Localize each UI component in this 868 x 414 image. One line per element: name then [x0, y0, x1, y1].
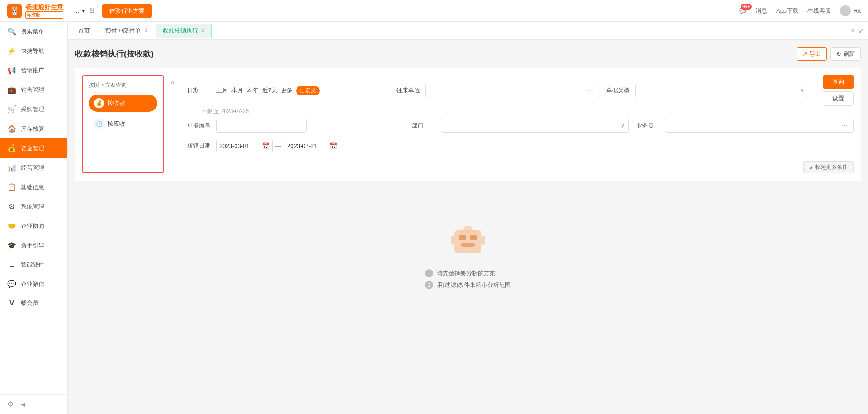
tip-1-text: 请先选择要分析的方案 — [437, 269, 495, 277]
sidebar-label-basic-info: 基础信息 — [21, 183, 44, 191]
svg-rect-4 — [451, 236, 454, 245]
vouchertype-chevron: ∨ — [800, 87, 804, 94]
filter-option-by-receipt[interactable]: 💰 按收款 — [89, 95, 157, 112]
message-icon-wrap[interactable]: 💬 99+ — [739, 7, 746, 14]
shortcut-more[interactable]: 更多 — [281, 86, 292, 95]
filter-collapse-btn[interactable]: « — [171, 75, 180, 173]
tab-collection-close[interactable]: × — [202, 28, 205, 34]
verify-date-range: 📅 — 📅 — [216, 139, 340, 152]
dept-select[interactable]: ∨ — [441, 119, 629, 133]
marketing-icon: 📢 — [7, 66, 16, 75]
sidebar-item-basic-info[interactable]: 📋 基础信息 — [0, 177, 67, 197]
staff-select[interactable]: ··· — [665, 119, 854, 133]
shortcut-this-year[interactable]: 本年 — [247, 86, 259, 95]
staff-dots[interactable]: ··· — [840, 122, 849, 130]
app-download-link[interactable]: App下载 — [776, 7, 798, 15]
empty-illustration — [441, 217, 495, 262]
receipt-icon: 💰 — [94, 98, 104, 108]
calendar-start-icon[interactable]: 📅 — [262, 142, 269, 149]
shortcut-7days[interactable]: 近7天 — [262, 86, 277, 95]
tip-2-text: 用[过滤]条件来缩小分析范围 — [437, 281, 510, 289]
more-conditions-row: ∧ 收起更多条件 — [187, 159, 854, 173]
verify-start-input[interactable] — [219, 143, 260, 149]
tab-home-label: 首页 — [78, 27, 90, 35]
svg-rect-5 — [481, 236, 485, 245]
staff-label: 业务员 — [636, 122, 661, 130]
sidebar-item-inventory[interactable]: 🏠 库存核算 — [0, 119, 67, 138]
export-button[interactable]: ↗ 导出 — [797, 47, 827, 61]
user-area[interactable]: Rit — [840, 5, 861, 16]
filter-option-receivable-label: 按应收 — [108, 120, 125, 128]
sidebar-item-search[interactable]: 🔍 搜索菜单 — [0, 22, 67, 41]
page-content: 收款核销执行(按收款) ↗ 导出 ↻ 刷新 按以下方案查询 — [68, 40, 868, 414]
gear-icon[interactable]: ⚙ — [89, 6, 95, 15]
purchase-icon: 🛒 — [7, 105, 16, 114]
tab-expand-icon[interactable]: ⤢ — [859, 26, 864, 35]
sidebar-label-marketing: 营销推广 — [21, 67, 44, 75]
voucherno-input[interactable] — [216, 119, 307, 133]
tab-collection[interactable]: 收款核销执行 × — [156, 24, 212, 38]
filter-option-by-receivable[interactable]: 🕐 按应收 — [89, 115, 157, 133]
verify-end-input-wrap: 📅 — [284, 139, 340, 152]
tab-prepaid-close[interactable]: × — [144, 28, 147, 34]
filter-btn-group: 查询 设置 — [823, 75, 854, 106]
sidebar-item-sales[interactable]: 💼 销售管理 — [0, 80, 67, 100]
settings-button[interactable]: 设置 — [823, 91, 854, 106]
sidebar-label-quicknav: 快捷导航 — [21, 47, 44, 55]
query-button[interactable]: 查询 — [823, 75, 854, 89]
sidebar-item-quicknav[interactable]: ⚡ 快捷导航 — [0, 41, 67, 61]
sidebar-label-guide: 新手引导 — [21, 242, 44, 250]
logo-icon: 🐰 — [7, 4, 22, 18]
tab-home[interactable]: 首页 — [71, 24, 97, 38]
finance-icon: 💰 — [7, 144, 16, 152]
refresh-icon: ↻ — [836, 51, 841, 57]
partner-select[interactable]: ··· — [425, 84, 599, 97]
tab-prepaid[interactable]: 预付冲应付单 × — [99, 24, 154, 38]
message-badge: 99+ — [741, 4, 752, 10]
vouchertype-select[interactable]: ∨ — [635, 84, 808, 97]
more-conditions-label: 收起更多条件 — [815, 163, 848, 171]
sidebar-item-marketing[interactable]: 📢 营销推广 — [0, 61, 67, 80]
sidebar-item-guide[interactable]: 🎓 新手引导 — [0, 236, 67, 255]
refresh-button[interactable]: ↻ 刷新 — [830, 47, 861, 61]
filter-row-2: 单据编号 部门 ∨ 业务员 — [187, 119, 854, 133]
verifydate-label: 核销日期 — [187, 142, 212, 150]
verify-start-input-wrap: 📅 — [216, 139, 273, 152]
sidebar-settings-icon[interactable]: ⚙ — [7, 400, 14, 409]
sidebar-item-finance[interactable]: 💰 资金管理 — [0, 138, 67, 158]
main-layout: 🔍 搜索菜单 ⚡ 快捷导航 📢 营销推广 💼 销售管理 🛒 采购管理 🏠 库存核… — [0, 22, 868, 414]
sidebar-collapse-icon[interactable]: ◀ — [21, 401, 25, 408]
tab-close-icon[interactable]: × — [851, 27, 855, 35]
online-service-link[interactable]: 在线客服 — [807, 7, 831, 15]
verify-end-input[interactable] — [287, 143, 328, 149]
quicknav-icon: ⚡ — [7, 47, 16, 55]
partner-dots[interactable]: ··· — [585, 86, 594, 95]
industry-btn[interactable]: 体验行业方案 — [102, 4, 152, 18]
company-selector[interactable]: ... ▾ — [74, 7, 85, 14]
filter-voucherno-field: 单据编号 — [187, 119, 405, 133]
shortcut-last-month[interactable]: 上月 — [216, 86, 228, 95]
collapse-icon: « — [171, 79, 175, 86]
page-actions: ↗ 导出 ↻ 刷新 — [797, 47, 861, 61]
sidebar-item-hardware[interactable]: 🖥 智能硬件 — [0, 255, 67, 274]
sidebar-label-finance: 资金管理 — [21, 144, 44, 152]
calendar-end-icon[interactable]: 📅 — [330, 142, 337, 149]
shortcut-custom[interactable]: 自定义 — [296, 86, 320, 95]
sidebar-label-wechat: 企业微信 — [21, 280, 44, 288]
empty-state: 1 请先选择要分析的方案 2 用[过滤]条件来缩小分析范围 — [75, 181, 861, 325]
search-icon: 🔍 — [7, 27, 16, 36]
sidebar-item-wechat[interactable]: 💬 企业微信 — [0, 274, 67, 294]
shortcut-this-month[interactable]: 本月 — [231, 86, 243, 95]
sidebar-item-operations[interactable]: 📊 经营管理 — [0, 158, 67, 177]
more-conditions-btn[interactable]: ∧ 收起更多条件 — [803, 161, 854, 173]
sidebar-item-member[interactable]: V 畅会员 — [0, 294, 67, 313]
dept-label: 部门 — [412, 122, 437, 130]
dept-chevron: ∨ — [621, 123, 625, 129]
empty-tips: 1 请先选择要分析的方案 2 用[过滤]条件来缩小分析范围 — [425, 269, 510, 289]
sidebar-item-system[interactable]: ⚙ 系统管理 — [0, 197, 67, 216]
sidebar-item-purchase[interactable]: 🛒 采购管理 — [0, 100, 67, 119]
sidebar-item-collab[interactable]: 🤝 企业协同 — [0, 216, 67, 236]
chevron-down-icon: ▾ — [82, 7, 85, 14]
basic-info-icon: 📋 — [7, 183, 16, 191]
filter-option-receipt-label: 按收款 — [108, 99, 125, 107]
